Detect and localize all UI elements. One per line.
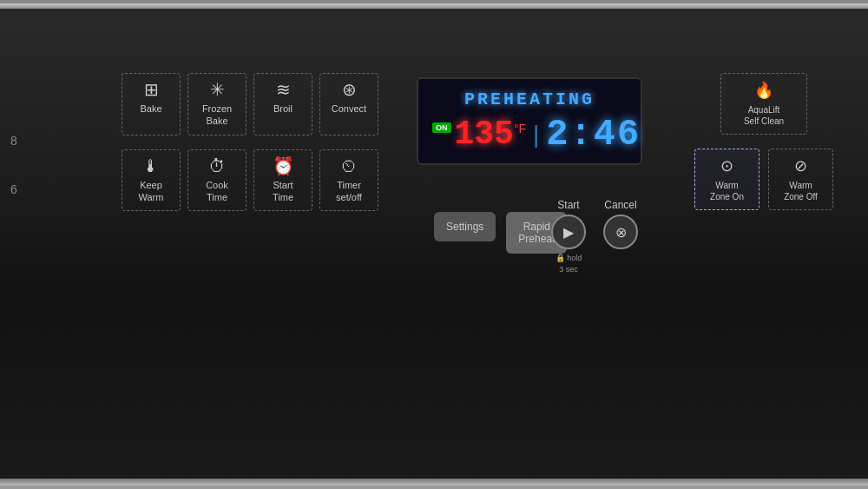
trim-bottom	[0, 479, 868, 486]
warm-zone-off-button[interactable]: ⊘ WarmZone Off	[768, 149, 833, 210]
cook-time-label: CookTime	[206, 179, 228, 204]
controls-right: 🔥 AquaLiftSelf Clean ⊙ WarmZone On ⊘ War…	[677, 73, 851, 210]
frozen-bake-icon: ✳	[210, 81, 225, 98]
cancel-label: Cancel	[604, 199, 636, 211]
cancel-group: Cancel ⊗	[603, 199, 638, 274]
cook-time-icon: ⏱	[208, 157, 226, 175]
settings-button[interactable]: Settings	[434, 212, 496, 241]
on-badge: ON	[432, 122, 451, 133]
bake-label: Bake	[140, 102, 161, 115]
start-group: Start ▶ 🔒 hold3 sec	[551, 199, 586, 274]
convect-icon: ⊛	[342, 81, 357, 98]
hold-text: 🔒 hold3 sec	[556, 253, 582, 274]
warm-zone-off-label: WarmZone Off	[784, 180, 818, 202]
preheating-status: PREHEATING	[432, 89, 627, 109]
warm-zone-on-label: WarmZone On	[710, 180, 744, 202]
display-divider: |	[533, 121, 539, 149]
bake-button[interactable]: ⊞ Bake	[122, 73, 181, 135]
timer-label: Timerset/off	[336, 179, 362, 204]
start-time-label: StartTime	[273, 179, 293, 204]
warm-zone-on-icon: ⊙	[720, 156, 733, 175]
start-time-icon: ⏰	[273, 157, 294, 175]
aqualift-button[interactable]: 🔥 AquaLiftSelf Clean	[720, 73, 807, 135]
display-section: PREHEATING ON 135 °F | 2:46	[417, 77, 642, 165]
warm-zone-on-button[interactable]: ⊙ WarmZone On	[694, 149, 760, 210]
timer-icon: ⏲	[340, 157, 358, 175]
temperature-display: ON 135 °F	[432, 118, 526, 151]
display-bottom: ON 135 °F | 2:46	[432, 116, 627, 153]
cook-time-button[interactable]: ⏱ CookTime	[187, 149, 247, 212]
temperature-value: 135	[455, 118, 514, 151]
broil-label: Broil	[273, 102, 293, 115]
start-cancel-section: Start ▶ 🔒 hold3 sec Cancel ⊗	[551, 199, 638, 274]
keep-warm-icon: 🌡	[142, 157, 160, 175]
convect-button[interactable]: ⊛ Convect	[319, 73, 378, 135]
aqualift-icon: 🔥	[754, 81, 773, 100]
button-row-2: 🌡 KeepWarm ⏱ CookTime ⏰ StartTime ⏲ Time…	[122, 149, 399, 212]
trim-top	[0, 3, 868, 9]
lock-icon: 🔒	[556, 254, 565, 262]
cancel-button[interactable]: ⊗	[603, 215, 638, 249]
controls-left: ⊞ Bake ✳ FrozenBake ≋ Broil ⊛ Convect 🌡 …	[122, 73, 399, 225]
keep-warm-label: KeepWarm	[139, 179, 164, 204]
start-label: Start	[557, 199, 579, 211]
broil-button[interactable]: ≋ Broil	[253, 73, 312, 135]
warm-zone-off-icon: ⊘	[794, 156, 807, 175]
aqualift-label: AquaLiftSelf Clean	[744, 104, 784, 127]
temperature-unit: °F	[514, 122, 526, 135]
frozen-bake-button[interactable]: ✳ FrozenBake	[187, 73, 247, 135]
dial-number-6: 6	[10, 182, 17, 196]
frozen-bake-label: FrozenBake	[202, 102, 232, 128]
display-screen: PREHEATING ON 135 °F | 2:46	[417, 77, 642, 165]
button-row-1: ⊞ Bake ✳ FrozenBake ≋ Broil ⊛ Convect	[122, 73, 399, 135]
keep-warm-button[interactable]: 🌡 KeepWarm	[122, 149, 181, 212]
dial-number-8: 8	[10, 134, 17, 148]
start-button[interactable]: ▶	[551, 215, 586, 249]
bake-icon: ⊞	[144, 81, 159, 98]
oven-panel: 8 6 ⊞ Bake ✳ FrozenBake ≋ Broil ⊛ Convec…	[0, 0, 868, 489]
timer-setoff-button[interactable]: ⏲ Timerset/off	[319, 149, 378, 212]
broil-icon: ≋	[276, 81, 291, 98]
dial-numbers: 8 6	[10, 134, 17, 196]
start-time-button[interactable]: ⏰ StartTime	[253, 149, 312, 212]
convect-label: Convect	[332, 102, 366, 115]
time-display: 2:46	[546, 116, 641, 153]
warm-zone-row: ⊙ WarmZone On ⊘ WarmZone Off	[677, 149, 851, 210]
action-buttons: Settings RapidPreheat	[434, 212, 567, 254]
